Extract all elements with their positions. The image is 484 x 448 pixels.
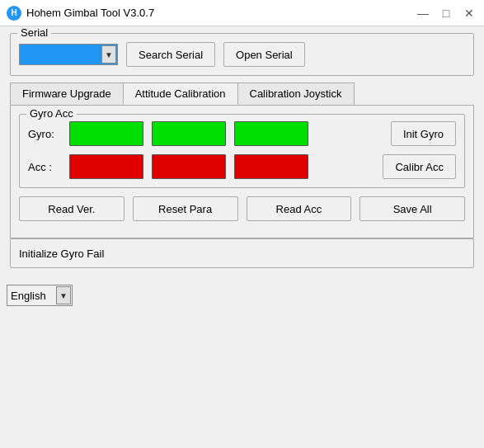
init-gyro-button[interactable]: Init Gyro xyxy=(391,121,456,146)
gyro-indicator-3 xyxy=(234,121,308,146)
tab-firmware[interactable]: Firmware Upgrade xyxy=(10,83,124,105)
serial-port-select-wrapper: ▼ xyxy=(19,44,118,65)
read-ver-button[interactable]: Read Ver. xyxy=(19,196,125,221)
acc-indicator-row: Acc : Calibr Acc xyxy=(28,154,456,179)
acc-indicator-1 xyxy=(69,154,143,179)
minimize-button[interactable]: — xyxy=(415,5,431,21)
window-controls: — □ ✕ xyxy=(415,5,477,21)
status-bar: Initialize Gyro Fail xyxy=(10,238,474,268)
close-button[interactable]: ✕ xyxy=(461,5,477,21)
gyro-indicator-1 xyxy=(69,121,143,146)
gyro-acc-group: Gyro Acc Gyro: Init Gyro Acc : Calibr Ac… xyxy=(19,114,465,188)
tab-firmware-label: Firmware Upgrade xyxy=(22,87,111,100)
read-acc-button[interactable]: Read Acc xyxy=(247,196,352,221)
serial-row: ▼ Search Serial Open Serial xyxy=(19,40,465,67)
language-select-wrapper: English ▼ xyxy=(7,285,73,306)
tab-joystick-label: Calibration Joystick xyxy=(250,87,342,100)
window-title: Hohem Gimbal Tool V3.0.7 xyxy=(26,7,415,19)
gyro-acc-group-label: Gyro Acc xyxy=(26,107,77,120)
tab-content-attitude: Gyro Acc Gyro: Init Gyro Acc : Calibr Ac… xyxy=(10,106,474,238)
tab-attitude[interactable]: Attitude Calibration xyxy=(123,83,238,105)
gyro-indicator-2 xyxy=(152,121,226,146)
acc-indicator-3 xyxy=(234,154,308,179)
footer: English ▼ xyxy=(0,281,484,309)
search-serial-button[interactable]: Search Serial xyxy=(126,42,215,67)
save-all-button[interactable]: Save All xyxy=(359,196,465,221)
open-serial-button[interactable]: Open Serial xyxy=(223,42,305,67)
tabs-wrapper: Firmware Upgrade Attitude Calibration Ca… xyxy=(10,83,474,238)
serial-port-select[interactable] xyxy=(19,44,118,65)
language-select[interactable]: English xyxy=(7,285,73,306)
gyro-label: Gyro: xyxy=(28,128,61,140)
tabs-row: Firmware Upgrade Attitude Calibration Ca… xyxy=(10,83,474,106)
bottom-buttons-row: Read Ver. Reset Para Read Acc Save All xyxy=(19,196,465,221)
tab-joystick[interactable]: Calibration Joystick xyxy=(237,83,355,105)
acc-indicator-2 xyxy=(152,154,226,179)
acc-label: Acc : xyxy=(28,161,61,173)
maximize-button[interactable]: □ xyxy=(438,5,454,21)
serial-group: Serial ▼ Search Serial Open Serial xyxy=(10,33,474,76)
gyro-indicator-row: Gyro: Init Gyro xyxy=(28,121,456,146)
status-message: Initialize Gyro Fail xyxy=(19,248,104,260)
reset-para-button[interactable]: Reset Para xyxy=(133,196,238,221)
app-icon-letter: H xyxy=(11,8,16,17)
calibr-acc-button[interactable]: Calibr Acc xyxy=(383,154,456,179)
title-bar: H Hohem Gimbal Tool V3.0.7 — □ ✕ xyxy=(0,0,484,26)
app-icon: H xyxy=(7,6,21,21)
tab-attitude-label: Attitude Calibration xyxy=(135,87,226,100)
main-content: Serial ▼ Search Serial Open Serial Firmw… xyxy=(0,26,484,281)
serial-group-label: Serial xyxy=(17,26,51,39)
